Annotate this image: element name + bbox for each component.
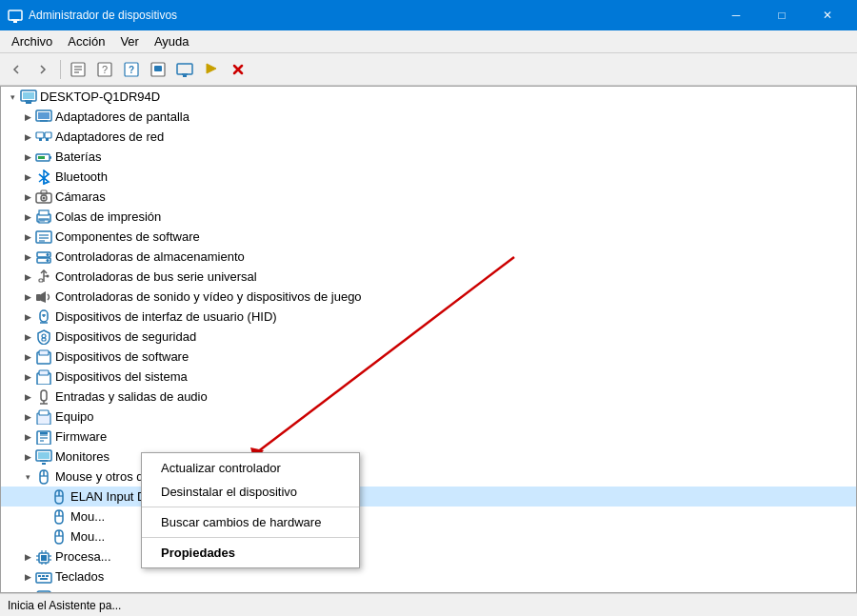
tree-item-unidades[interactable]: ▶ Unida... bbox=[1, 586, 856, 593]
expand-icon[interactable]: ▶ bbox=[20, 249, 35, 265]
expand-icon[interactable]: ▶ bbox=[20, 549, 35, 565]
toolbar-remove[interactable] bbox=[226, 57, 250, 82]
context-menu-scan[interactable]: Buscar cambios de hardware bbox=[142, 510, 359, 534]
tree-item-sonido[interactable]: ▶ Controladoras de sonido y vídeo y disp… bbox=[1, 287, 856, 307]
menu-ver[interactable]: Ver bbox=[112, 32, 147, 50]
tree-item-dispositivos-sistema[interactable]: ▶ Dispositivos del sistema bbox=[1, 367, 856, 387]
device-tree[interactable]: ▾ DESKTOP-Q1DR94D ▶ Adapt bbox=[0, 86, 857, 593]
tree-item-hid[interactable]: ▶ Dispositivos de interfaz de usuario (H… bbox=[1, 307, 856, 327]
tree-item-controladoras-almacenamiento[interactable]: ▶ Controladoras de almacenamiento bbox=[1, 247, 856, 267]
expand-icon[interactable]: ▶ bbox=[20, 289, 35, 305]
expand-icon[interactable]: ▶ bbox=[20, 269, 35, 285]
expand-icon[interactable]: ▶ bbox=[20, 309, 35, 325]
expand-icon[interactable]: ▶ bbox=[20, 129, 35, 145]
expand-icon[interactable]: ▶ bbox=[20, 369, 35, 385]
tree-item-adaptadores-red[interactable]: ▶ Adaptadores de red bbox=[1, 127, 856, 147]
expand-icon[interactable]: ▶ bbox=[20, 149, 35, 165]
expand-icon[interactable]: ▶ bbox=[20, 409, 35, 425]
svg-rect-59 bbox=[39, 350, 49, 355]
tree-item-audio[interactable]: ▶ Entradas y salidas de audio bbox=[1, 387, 856, 407]
context-menu-update[interactable]: Actualizar controlador bbox=[142, 456, 359, 480]
expand-root[interactable]: ▾ bbox=[5, 89, 20, 105]
expand-icon[interactable]: ▶ bbox=[20, 389, 35, 405]
expand-icon[interactable]: ▶ bbox=[20, 169, 35, 185]
minimize-button[interactable]: ─ bbox=[714, 0, 758, 30]
software-icon bbox=[35, 229, 52, 246]
tree-item-firmware[interactable]: ▶ Firmware bbox=[1, 427, 856, 447]
keyboard-icon bbox=[35, 568, 52, 586]
expand-icon[interactable]: ▶ bbox=[20, 229, 35, 245]
item-label: Dispositivos de interfaz de usuario (HID… bbox=[55, 309, 277, 324]
elan-device-icon bbox=[50, 488, 68, 506]
item-label: Controladoras de sonido y vídeo y dispos… bbox=[55, 289, 362, 304]
svg-rect-17 bbox=[23, 92, 34, 99]
svg-text:?: ? bbox=[102, 64, 108, 75]
menu-ayuda[interactable]: Ayuda bbox=[147, 32, 197, 50]
expand-icon[interactable]: ▶ bbox=[20, 589, 35, 594]
tree-root[interactable]: ▾ DESKTOP-Q1DR94D bbox=[1, 87, 856, 107]
tree-item-seguridad[interactable]: ▶ Dispositivos de seguridad bbox=[1, 327, 856, 347]
toolbar-help[interactable]: ? bbox=[119, 57, 144, 82]
tree-item-usb[interactable]: ▶ Controladoras de bus serie universal bbox=[1, 267, 856, 287]
svg-point-50 bbox=[47, 274, 50, 277]
expand-icon[interactable]: ▶ bbox=[20, 189, 35, 205]
context-menu-properties[interactable]: Propiedades bbox=[142, 541, 359, 565]
expand-icon[interactable]: ▾ bbox=[20, 469, 35, 485]
system-devices-icon bbox=[35, 368, 52, 386]
menu-accion[interactable]: Acción bbox=[60, 32, 112, 50]
svg-text:?: ? bbox=[129, 65, 134, 75]
item-label: Unida... bbox=[55, 589, 98, 593]
item-label: Mou... bbox=[70, 509, 105, 524]
toolbar-monitor[interactable] bbox=[172, 57, 197, 82]
tree-item-adaptadores-pantalla[interactable]: ▶ Adaptadores de pantalla bbox=[1, 107, 856, 127]
expand-icon[interactable]: ▶ bbox=[20, 569, 35, 585]
toolbar-flag[interactable] bbox=[199, 57, 224, 82]
toolbar-scan[interactable] bbox=[146, 57, 170, 82]
tree-item-monitores[interactable]: ▶ Monitores bbox=[1, 447, 856, 467]
toolbar-update[interactable]: ? bbox=[92, 57, 117, 82]
tree-item-procesadores[interactable]: ▶ Procesa... bbox=[1, 546, 856, 566]
tree-item-mouse-1[interactable]: Mou... bbox=[1, 507, 856, 527]
item-label: Teclados bbox=[55, 569, 104, 584]
svg-rect-48 bbox=[39, 279, 43, 282]
item-label: Componentes de software bbox=[55, 229, 200, 244]
toolbar-properties[interactable] bbox=[66, 57, 90, 82]
expand-icon[interactable]: ▶ bbox=[20, 109, 35, 125]
svg-rect-23 bbox=[36, 132, 44, 138]
window-title: Administrador de dispositivos bbox=[29, 9, 714, 22]
expand-icon[interactable]: ▶ bbox=[20, 349, 35, 365]
storage-icon bbox=[35, 248, 52, 266]
printer-icon bbox=[35, 209, 52, 226]
svg-rect-13 bbox=[177, 64, 192, 74]
toolbar-forward[interactable] bbox=[30, 57, 55, 82]
tree-item-camaras[interactable]: ▶ Cámaras bbox=[1, 187, 856, 207]
menu-archivo[interactable]: Archivo bbox=[4, 32, 60, 50]
tree-item-baterias[interactable]: ▶ Baterías bbox=[1, 147, 856, 167]
tree-item-componentes-software[interactable]: ▶ Componentes de software bbox=[1, 227, 856, 247]
expand-icon[interactable]: ▶ bbox=[20, 449, 35, 465]
bluetooth-icon bbox=[35, 169, 52, 186]
tree-item-teclados[interactable]: ▶ Teclados bbox=[1, 566, 856, 586]
tree-item-bluetooth[interactable]: ▶ Bluetooth bbox=[1, 167, 856, 187]
tree-item-elan[interactable]: ELAN Input Device bbox=[1, 487, 856, 507]
tree-item-colas-impresion[interactable]: ▶ Colas de impresión bbox=[1, 207, 856, 227]
tree-item-dispositivos-software[interactable]: ▶ Dispositivos de software bbox=[1, 347, 856, 367]
expand-icon[interactable]: ▶ bbox=[20, 329, 35, 345]
expand-icon[interactable]: ▶ bbox=[20, 209, 35, 225]
close-button[interactable]: ✕ bbox=[806, 0, 849, 30]
svg-rect-97 bbox=[40, 578, 48, 580]
context-menu-uninstall[interactable]: Desinstalar el dispositivo bbox=[142, 480, 359, 504]
tree-item-mouse-2[interactable]: Mou... bbox=[1, 527, 856, 546]
status-bar: Inicia el Asistente pa... bbox=[0, 593, 857, 616]
title-bar: Administrador de dispositivos ─ □ ✕ bbox=[0, 0, 857, 30]
audio-icon bbox=[35, 388, 52, 406]
svg-rect-0 bbox=[9, 10, 22, 20]
svg-rect-96 bbox=[46, 575, 49, 577]
tree-item-mouse-group[interactable]: ▾ Mouse y otros dispositivos señaladores bbox=[1, 467, 856, 487]
tree-item-equipo[interactable]: ▶ Equipo bbox=[1, 407, 856, 427]
expand-icon[interactable]: ▶ bbox=[20, 429, 35, 445]
svg-rect-21 bbox=[38, 112, 50, 119]
mouse-sub-icon bbox=[50, 508, 68, 526]
maximize-button[interactable]: □ bbox=[760, 0, 804, 30]
toolbar-back[interactable] bbox=[4, 57, 29, 82]
